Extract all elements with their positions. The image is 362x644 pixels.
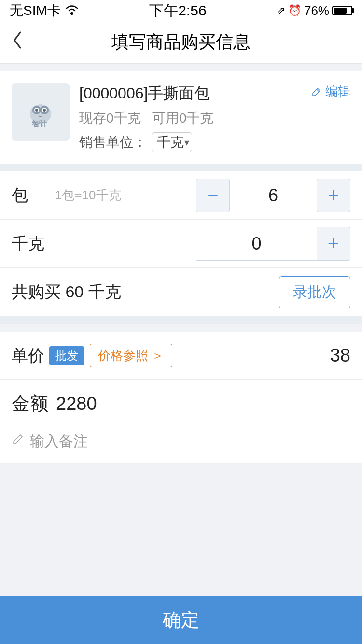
page-title: 填写商品购买信息: [111, 30, 251, 54]
bao-label: 包: [12, 184, 50, 207]
bao-input-row: 包 1包=10千克 − +: [0, 171, 362, 220]
price-value: 38: [330, 345, 350, 366]
svg-point-0: [70, 12, 73, 15]
back-button[interactable]: [12, 30, 23, 54]
status-time: 下午2:56: [149, 1, 206, 21]
wholesale-badge: 批发: [49, 346, 84, 365]
total-text: 共购买 60 千克: [12, 281, 279, 303]
kg-input-row: 千克 +: [0, 220, 362, 268]
kg-label: 千克: [12, 233, 50, 255]
product-thumbnail: 智计: [12, 83, 70, 141]
battery-icon: [332, 6, 352, 15]
unit-select[interactable]: 千克: [152, 132, 192, 152]
product-stock: 现存0千克 可用0千克: [79, 109, 350, 127]
price-section: 单价 批发 价格参照 ＞ 38: [0, 332, 362, 380]
carrier-text: 无SIM卡: [10, 1, 61, 20]
alarm-icon: ⏰: [288, 4, 301, 17]
bao-minus-button[interactable]: −: [196, 179, 230, 212]
pencil-icon: [12, 433, 25, 450]
wifi-icon: [65, 3, 79, 18]
amount-row: 金额 2280: [12, 392, 350, 416]
kg-plus-button[interactable]: +: [317, 227, 350, 261]
amount-value: 2280: [56, 393, 97, 414]
amount-section: 金额 2280 输入备注: [0, 380, 362, 463]
product-name: [0000006]手撕面包: [79, 83, 350, 104]
status-bar: 无SIM卡 下午2:56 ⇗ ⏰ 76%: [0, 0, 362, 21]
battery-percent: 76%: [304, 3, 329, 18]
svg-point-6: [35, 109, 38, 112]
amount-label: 金额: [12, 392, 48, 416]
confirm-button[interactable]: 确定: [0, 596, 362, 644]
kg-qty-control: +: [196, 227, 350, 261]
bao-plus-button[interactable]: +: [317, 179, 350, 212]
status-carrier: 无SIM卡: [10, 1, 79, 20]
edit-button[interactable]: 编辑: [312, 83, 350, 100]
product-unit-row: 销售单位： 千克: [79, 132, 350, 152]
section-separator-2: [0, 316, 362, 324]
product-card: 智计 [0000006]手撕面包 现存0千克 可用0千克 销售单位： 千克 编辑: [0, 71, 362, 164]
remark-label: 输入备注: [30, 432, 88, 451]
price-label: 单价: [12, 345, 44, 367]
total-row: 共购买 60 千克 录批次: [0, 268, 362, 316]
batch-button[interactable]: 录批次: [279, 276, 350, 308]
status-right: ⇗ ⏰ 76%: [277, 3, 352, 18]
svg-text:智计: 智计: [31, 120, 48, 128]
bao-input-section: 包 1包=10千克 − + 千克 +: [0, 171, 362, 268]
svg-point-7: [43, 109, 46, 112]
unit-select-wrapper[interactable]: 千克: [152, 132, 192, 152]
kg-qty-input[interactable]: [196, 227, 317, 261]
remark-row[interactable]: 输入备注: [12, 424, 350, 463]
bao-qty-control: − +: [196, 179, 350, 212]
bao-qty-input[interactable]: [230, 179, 317, 212]
location-icon: ⇗: [277, 4, 285, 17]
nav-bar: 填写商品购买信息: [0, 21, 362, 64]
bao-hint: 1包=10千克: [55, 187, 196, 204]
product-info: [0000006]手撕面包 现存0千克 可用0千克 销售单位： 千克: [79, 83, 350, 152]
price-ref-button[interactable]: 价格参照 ＞: [90, 344, 172, 367]
section-separator-1: [0, 164, 362, 171]
